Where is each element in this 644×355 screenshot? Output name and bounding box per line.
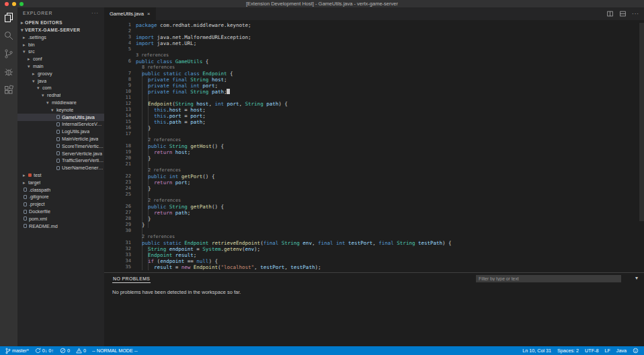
codelens-row: 2 references	[104, 234, 644, 240]
tree-item-label: test	[34, 172, 42, 178]
code-line-text: import java.net.MalformedURLException;	[136, 34, 251, 40]
feedback-smiley-icon[interactable]	[633, 348, 639, 354]
tree-item-redhat[interactable]: ▾redhat	[17, 91, 104, 99]
tree-item-test[interactable]: ▸test	[17, 171, 104, 179]
code-line: 28 }	[104, 216, 644, 222]
split-editor-icon[interactable]	[606, 10, 614, 17]
code-line-text: public static Endpoint retrieveEndpoint(…	[136, 240, 452, 246]
chevron-down-icon[interactable]: ▾	[635, 276, 638, 281]
tree-item-bin[interactable]: ▸bin	[17, 41, 104, 48]
code-area: 1package com.redhat.middleware.keynote;2…	[104, 20, 644, 270]
code-line-text: }	[136, 155, 151, 161]
eol-setting[interactable]: LF	[604, 348, 610, 354]
problems-filter-input[interactable]	[476, 275, 621, 282]
code-line: 6public class GameUtils {	[104, 58, 644, 65]
panel-message: No problems have been detected in the wo…	[104, 284, 644, 295]
tree-item-trafficserververti[interactable]: TrafficServerVerti…	[17, 157, 104, 165]
warning-count[interactable]: 0	[76, 348, 86, 354]
code-line-text: return port;	[136, 180, 190, 186]
tree-item-label: ScoreTimerVerticl…	[62, 143, 104, 149]
line-number: 11	[104, 95, 131, 101]
tree-item-scoretimerverticl[interactable]: ScoreTimerVerticl…	[17, 143, 104, 150]
more-actions-icon[interactable]: ···	[632, 11, 639, 17]
tree-item-label: .project	[29, 201, 45, 207]
code-line-text: if (endpoint == null) {	[136, 258, 218, 264]
tree-item-dockerfile[interactable]: Dockerfile	[17, 208, 104, 215]
section-open-editors[interactable]: ▸ OPEN EDITORS	[17, 19, 104, 26]
code-line-text: Endpoint(String host, int port, String p…	[136, 101, 288, 107]
toggle-layout-icon[interactable]	[619, 10, 627, 17]
codelens-label[interactable]: 2 references	[136, 198, 181, 204]
source-control-icon[interactable]	[3, 48, 14, 59]
debug-icon[interactable]	[3, 67, 14, 77]
vertical-scrollbar[interactable]	[639, 23, 644, 221]
code-line-text: import java.net.URL;	[136, 40, 196, 46]
language-mode[interactable]: Java	[616, 348, 627, 354]
code-line-text: return host;	[136, 149, 190, 155]
explorer-icon[interactable]	[3, 12, 14, 23]
tree-item-conf[interactable]: ▸conf	[17, 55, 104, 63]
code-line-text: public class GameUtils {	[136, 58, 208, 65]
tree-item-middleware[interactable]: ▾middleware	[17, 99, 104, 106]
code-line-text: }	[136, 222, 145, 228]
code-line-text: Endpoint result;	[136, 252, 196, 258]
code-editor[interactable]: 1package com.redhat.middleware.keynote;2…	[104, 20, 644, 272]
file-icon	[56, 130, 60, 134]
tree-item-usernamegenerat[interactable]: UserNameGenerat…	[17, 164, 104, 171]
tree-item-java[interactable]: ▾java	[17, 77, 104, 85]
indentation-setting[interactable]: Spaces: 2	[557, 348, 579, 354]
codelens-label[interactable]: 2 references	[136, 137, 181, 143]
line-number: 6	[104, 58, 131, 65]
tree-item-main[interactable]: ▾main	[17, 63, 104, 70]
tree-item-internalservicever[interactable]: InternalServiceVer…	[17, 121, 104, 128]
code-line: 14 this.port = port;	[104, 113, 644, 119]
tree-item-groovy[interactable]: ▸groovy	[17, 70, 104, 77]
error-count[interactable]: 0	[60, 348, 70, 354]
tree-item-settings[interactable]: ▸.settings	[17, 34, 104, 41]
git-branch-status[interactable]: master*	[5, 348, 29, 354]
encoding-setting[interactable]: UTF-8	[585, 348, 598, 354]
close-window-button[interactable]	[5, 2, 9, 6]
codelens-label[interactable]: 2 references	[136, 167, 181, 173]
panel-tab-no-problems[interactable]: NO PROBLEMS	[112, 275, 151, 283]
maximize-window-button[interactable]	[19, 2, 24, 6]
tree-item-mainverticle-java[interactable]: MainVerticle.java	[17, 135, 104, 143]
tree-item-gameutils-java[interactable]: GameUtils.java	[17, 114, 104, 121]
code-line-text: this.port = port;	[136, 113, 206, 119]
code-line: 11	[104, 95, 644, 101]
line-number: 10	[104, 89, 131, 95]
tree-item-target[interactable]: ▸target	[17, 179, 104, 186]
line-number: 22	[104, 173, 131, 180]
codelens-label[interactable]: 2 references	[136, 234, 175, 240]
section-workspace-root[interactable]: ▾ VERTX-GAME-SERVER	[17, 26, 104, 34]
tree-item-pom-xml[interactable]: pom.xml	[17, 215, 104, 223]
ellipsis-icon[interactable]: ···	[91, 10, 99, 16]
tree-item-src[interactable]: ▾src	[17, 48, 104, 56]
chevron-right-icon: ▸	[23, 180, 28, 185]
minimize-window-button[interactable]	[12, 2, 16, 6]
codelens-label[interactable]: 8 references	[136, 65, 175, 71]
git-sync-status[interactable]: 0↓ 0↑	[35, 348, 54, 354]
codelens-label[interactable]: 3 references	[136, 52, 169, 58]
tree-item-readme-md[interactable]: README.md	[17, 223, 104, 230]
code-line: 9 private final int port;	[104, 83, 644, 89]
line-number: 18	[104, 143, 131, 149]
tree-item-classpath[interactable]: .classpath	[17, 186, 104, 194]
tree-item-project[interactable]: .project	[17, 200, 104, 208]
tab-gameutils-java[interactable]: GameUtils.java ×	[104, 7, 156, 20]
cursor-position[interactable]: Ln 10, Col 31	[522, 348, 551, 354]
search-icon[interactable]	[3, 30, 14, 41]
status-item-label: UTF-8	[585, 348, 598, 354]
close-icon[interactable]: ×	[147, 11, 151, 17]
tree-item-serververticle-java[interactable]: ServerVerticle.java	[17, 150, 104, 157]
file-icon	[56, 144, 60, 148]
tree-item-gitignore[interactable]: .gitignore	[17, 194, 104, 201]
file-icon	[56, 137, 60, 141]
line-number: 25	[104, 192, 131, 198]
chevron-down-icon: ▾	[19, 28, 25, 32]
tree-item-keynote[interactable]: ▾keynote	[17, 106, 104, 114]
tree-item-com[interactable]: ▾com	[17, 85, 104, 92]
tree-item-logutils-java[interactable]: LogUtils.java	[17, 128, 104, 135]
extensions-icon[interactable]	[3, 85, 14, 95]
code-line: 24 }	[104, 186, 644, 192]
